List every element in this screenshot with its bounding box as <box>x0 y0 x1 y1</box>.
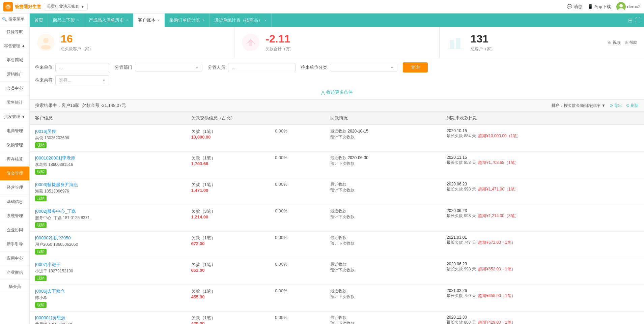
sidebar-item-system[interactable]: 系统管理 <box>0 209 29 223</box>
customer-name-2[interactable]: [0003]畅捷服务尹海燕 <box>35 182 180 188</box>
message-icon: 💬 <box>567 4 572 9</box>
company-select[interactable]: 母婴行业演示账套 ▼ <box>44 3 88 10</box>
sidebar-item-enterprise[interactable]: 企业协同 <box>0 223 29 237</box>
tab-purchase-order[interactable]: 采购订单统计表 × <box>165 13 209 27</box>
payment-info-0: 最近收款 2020-10-15 <box>330 128 436 134</box>
debt-amount-4[interactable]: 672.00 <box>191 241 264 246</box>
message-button[interactable]: 💬 消息 <box>567 4 582 10</box>
sidebar-search[interactable]: 🔍 搜索菜单 <box>0 13 29 25</box>
export-button[interactable]: ⊙ 导出 <box>610 103 622 109</box>
refresh-button[interactable]: ⊙ 刷新 <box>626 103 639 109</box>
overdue-amount-0[interactable]: 超期¥10,000.00（1笔） <box>478 134 521 138</box>
sidebar-item-label: 库存核算 <box>0 156 29 162</box>
app-download-button[interactable]: 📱 App下载 <box>588 4 611 10</box>
customer-cell-4: [000002]用户2050 用户2050 18665062050 现销 <box>30 232 186 258</box>
tab-product-history[interactable]: 产成品入库单历史 × <box>84 13 133 27</box>
results-text: 搜索结果中，客户16家 欠款金额 -21,148.07元 <box>35 103 126 108</box>
sidebar-item-app-center[interactable]: 应用中心 <box>0 252 29 266</box>
sidebar-item-basic-info[interactable]: 基础信息 <box>0 195 29 209</box>
customer-phone-6: 陈小希 <box>35 295 180 301</box>
debt-amount-1[interactable]: 1,703.68 <box>191 161 264 166</box>
percent-cell-3: 0.00% <box>270 205 325 232</box>
customer-phone-2: 海燕 18513066976 <box>35 188 180 194</box>
tab-customer-account-close[interactable]: × <box>158 18 160 22</box>
debt-amount-5[interactable]: 652.00 <box>191 268 264 273</box>
sidebar-item-purchase[interactable]: 采购管理 <box>0 138 29 152</box>
search-button[interactable]: 查询 <box>403 62 428 72</box>
customer-name-6[interactable]: [0006]去下粮仓 <box>35 288 180 294</box>
sidebar-item-newbie[interactable]: 新手引导 <box>0 237 29 252</box>
customer-name-7[interactable]: [000001]黄思源 <box>35 315 180 321</box>
overdue-amount-6[interactable]: 超期¥455.90（1笔） <box>478 293 515 298</box>
overdue-amount-5[interactable]: 超期¥652.00（1笔） <box>478 267 515 271</box>
sort-select[interactable]: 排序：按欠款金额倒序排序 ▼ <box>552 103 606 109</box>
sidebar-item-retail-mall[interactable]: 零售商城 <box>0 53 29 67</box>
overdue-amount-1[interactable]: 超期¥1,703.68（1笔） <box>478 160 519 165</box>
filter-input-person[interactable]: ... <box>228 63 296 72</box>
sidebar-item-quick-nav[interactable]: 快捷导航 <box>0 25 29 39</box>
due-cell-3: 2020.06.23 最长欠款 998 天 超期¥1,214.00（3笔） <box>441 205 644 232</box>
sidebar-item-finance[interactable]: 资金管理 <box>0 167 29 181</box>
tab-purchase-stats-close[interactable]: × <box>264 18 267 22</box>
debt-label-2: 欠款（1笔） <box>191 182 264 188</box>
filter-item-department: 分管部门 ▼ <box>115 64 202 71</box>
sidebar-item-business[interactable]: 经营管理 <box>0 181 29 195</box>
filter-toggle-button[interactable]: ⋀ 收起更多条件 <box>35 88 639 97</box>
sidebar-item-batch-mgmt[interactable]: 批发管理 ▼ <box>0 110 29 124</box>
sidebar-item-ecommerce[interactable]: 电商管理 <box>0 124 29 138</box>
sidebar-item-label: 企业协同 <box>0 227 29 233</box>
customer-name-0[interactable]: [0016]吴俊 <box>35 128 180 135</box>
tab-purchase-order-close[interactable]: × <box>202 18 204 22</box>
stat-icon-amount <box>241 33 260 52</box>
filter-balance-placeholder: 选择... <box>59 77 72 83</box>
sidebar-item-vip[interactable]: 畅会员 <box>0 280 29 294</box>
overdue-days-4: 最长欠款 747 天 <box>447 240 477 245</box>
overdue-amount-4[interactable]: 超期¥672.00（1笔） <box>478 240 515 245</box>
tab-customer-account[interactable]: 客户账本 × <box>133 13 165 27</box>
filter-bar: 往来单位 ... 分管部门 ▼ 分管人员 ... <box>30 58 644 100</box>
filter-input-supplier[interactable]: ... <box>55 63 109 72</box>
sidebar-item-wechat[interactable]: 企业微信 <box>0 266 29 280</box>
video-button[interactable]: ⊙ 视频 <box>608 40 620 46</box>
debt-amount-7[interactable]: 429.00 <box>191 321 264 324</box>
stat-value-amount: -2.11 <box>265 33 294 45</box>
user-menu[interactable]: demo2 <box>616 2 641 11</box>
tab-product-history-close[interactable]: × <box>126 18 128 22</box>
sidebar-item-label: 批发管理 ▼ <box>0 114 29 120</box>
sidebar-item-inventory[interactable]: 库存核算 <box>0 152 29 167</box>
customer-name-5[interactable]: [0007]小进干 <box>35 262 180 268</box>
debt-amount-6[interactable]: 455.90 <box>191 294 264 299</box>
debt-amount-0[interactable]: 10,000.00 <box>191 135 264 140</box>
overdue-amount-3[interactable]: 超期¥1,214.00（3笔） <box>478 213 519 218</box>
tab-product-offline[interactable]: 商品上下架 × <box>48 13 84 27</box>
sidebar-item-retail-mgmt[interactable]: 零售管理 ▲ <box>0 39 29 53</box>
due-cell-2: 2020.06.23 最长欠款 998 天 超期¥1,471.00（1笔） <box>441 178 644 205</box>
customer-name-4[interactable]: [000002]用户2050 <box>35 235 180 241</box>
payment-info-4: 最近收款 <box>330 235 436 241</box>
debt-cell-0: 欠款（1笔） 10,000.00 <box>186 125 270 152</box>
debt-amount-2[interactable]: 1,471.00 <box>191 188 264 193</box>
filter-select-balance[interactable]: 选择... ▼ <box>55 75 109 85</box>
filter-select-category[interactable]: ▼ <box>330 64 397 71</box>
sidebar-item-retail-stats[interactable]: 零售统计 <box>0 96 29 110</box>
customer-phone-0: 吴俊 13026203696 <box>35 135 180 141</box>
customer-name-1[interactable]: [0001020001]李老师 <box>35 155 180 161</box>
overdue-days-1: 最长欠款 853 天 <box>447 160 477 165</box>
overdue-amount-2[interactable]: 超期¥1,471.00（1笔） <box>478 187 519 192</box>
tab-product-offline-close[interactable]: × <box>77 18 79 22</box>
overdue-amount-7[interactable]: 超期¥429.00（1笔） <box>478 320 515 324</box>
sidebar-item-marketing[interactable]: 营销推广 <box>0 67 29 82</box>
tab-expand-icon[interactable]: ⊟ <box>628 17 633 24</box>
filter-select-department[interactable]: ▼ <box>135 64 202 71</box>
help-button[interactable]: ⊙ 帮助 <box>625 40 637 46</box>
customer-tag-6: 现销 <box>35 302 47 308</box>
debt-amount-3[interactable]: 1,214.00 <box>191 214 264 219</box>
sidebar-item-member[interactable]: 会员中心 <box>0 82 29 96</box>
sidebar-item-label: 会员中心 <box>0 86 29 91</box>
customer-name-3[interactable]: [0002]服务中心_丁磊 <box>35 208 180 214</box>
tab-fullscreen-icon[interactable]: ⛶ <box>635 17 641 23</box>
due-cell-5: 2020.06.23 最长欠款 998 天 超期¥652.00（1笔） <box>441 258 644 285</box>
next-payment-label-5: 预计下次收款 <box>330 268 355 272</box>
tab-purchase-stats[interactable]: 进货单统计表（按商品） × <box>209 13 272 27</box>
tab-home[interactable]: 首页 <box>30 13 48 27</box>
